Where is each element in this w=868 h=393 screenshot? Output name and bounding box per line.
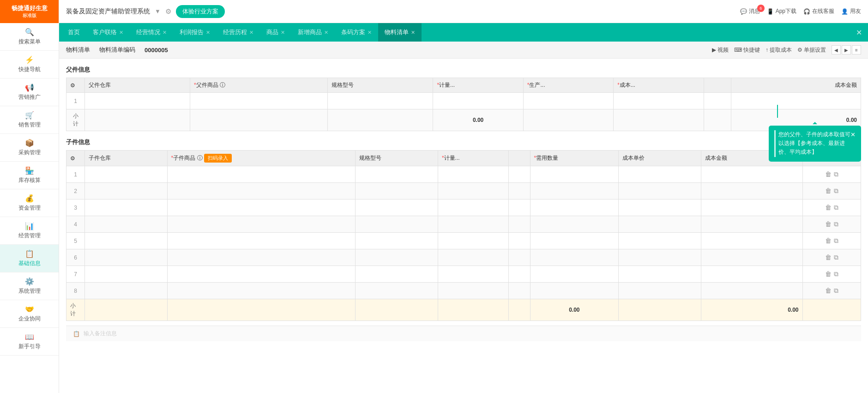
tab-close-icon[interactable]: ✕ (281, 30, 285, 36)
child-unit-cost-cell[interactable] (619, 166, 701, 183)
child-qty-cell[interactable] (530, 216, 618, 233)
sidebar-item-finance[interactable]: 💰 资金管理 (0, 189, 59, 217)
child-unit-cell[interactable] (438, 183, 508, 200)
tab-close-icon[interactable]: ✕ (163, 30, 167, 36)
tab-close-icon[interactable]: ✕ (411, 30, 415, 36)
tooltip-close-btn[interactable]: ✕ (850, 130, 856, 140)
child-spec-cell[interactable] (356, 233, 438, 249)
settings-icon[interactable]: ⚙ (165, 7, 171, 16)
delete-icon[interactable]: 🗑 (825, 204, 832, 212)
delete-icon[interactable]: 🗑 (825, 237, 832, 245)
child-goods-cell[interactable] (167, 166, 356, 183)
tab-close-icon[interactable]: ✕ (206, 30, 210, 36)
child-spec-cell[interactable] (356, 266, 438, 283)
sidebar-item-sales[interactable]: 🛒 销售管理 (0, 106, 59, 134)
tab-close-icon[interactable]: ✕ (324, 30, 328, 36)
dropdown-arrow-icon[interactable]: ▼ (155, 8, 161, 15)
parent-production-cell[interactable] (523, 93, 613, 109)
child-unit-cost-cell[interactable] (619, 216, 701, 233)
child-unit-cost-cell[interactable] (619, 233, 701, 249)
sidebar-item-basic-info[interactable]: 📋 基础信息 (0, 245, 59, 272)
sidebar-item-inventory[interactable]: 🏪 库存核算 (0, 162, 59, 189)
tab-bom[interactable]: 物料清单 ✕ (378, 23, 422, 42)
child-warehouse-cell[interactable] (85, 266, 168, 283)
child-qty-cell[interactable] (530, 266, 618, 283)
prev-btn[interactable]: ◀ (832, 45, 841, 54)
sub-tab-code[interactable]: 物料清单编码 (99, 46, 135, 54)
delete-icon[interactable]: 🗑 (825, 287, 832, 295)
tab-close-icon[interactable]: ✕ (119, 30, 123, 36)
tab-profit[interactable]: 利润报告 ✕ (173, 23, 217, 42)
tab-history[interactable]: 经营历程 ✕ (217, 23, 260, 42)
delete-icon[interactable]: 🗑 (825, 270, 832, 278)
copy-icon[interactable]: ⧉ (834, 270, 838, 278)
parent-unit-cell[interactable] (433, 93, 523, 109)
child-unit-cost-cell[interactable] (619, 266, 701, 283)
delete-icon[interactable]: 🗑 (825, 220, 832, 228)
sidebar-item-quicknav[interactable]: ⚡ 快捷导航 (0, 51, 59, 79)
close-all-tabs[interactable]: ✕ (852, 28, 866, 37)
child-unit-cell[interactable] (438, 266, 508, 283)
child-unit-cost-cell[interactable] (619, 183, 701, 200)
copy-icon[interactable]: ⧉ (834, 187, 838, 195)
copy-icon[interactable]: ⧉ (834, 287, 838, 295)
tab-close-icon[interactable]: ✕ (249, 30, 253, 36)
child-qty-cell[interactable] (530, 233, 618, 249)
tab-home[interactable]: 首页 (61, 23, 86, 42)
child-spec-cell[interactable] (356, 249, 438, 266)
parent-cost-cell[interactable] (614, 93, 704, 109)
child-goods-cell[interactable] (167, 249, 356, 266)
child-unit-cell[interactable] (438, 249, 508, 266)
child-spec-cell[interactable] (356, 183, 438, 200)
parent-goods-cell[interactable] (190, 93, 328, 109)
user-btn[interactable]: 👤 用友 (841, 7, 861, 15)
child-unit-cost-cell[interactable] (619, 249, 701, 266)
sidebar-item-search[interactable]: 🔍 搜索菜单 (0, 23, 59, 51)
experience-btn[interactable]: 体验行业方案 (176, 5, 225, 18)
sidebar-item-collab[interactable]: 🤝 企业协同 (0, 300, 59, 328)
child-qty-cell[interactable] (530, 283, 618, 299)
child-unit-cell[interactable] (438, 233, 508, 249)
child-goods-cell[interactable] (167, 200, 356, 216)
delete-icon[interactable]: 🗑 (825, 170, 832, 178)
child-qty-cell[interactable] (530, 166, 618, 183)
tab-new-goods[interactable]: 新增商品 ✕ (291, 23, 335, 42)
child-qty-cell[interactable] (530, 249, 618, 266)
child-warehouse-cell[interactable] (85, 166, 168, 183)
message-btn[interactable]: 💬 6 消息 (740, 7, 760, 15)
child-goods-cell[interactable] (167, 283, 356, 299)
child-goods-cell[interactable] (167, 266, 356, 283)
copy-icon[interactable]: ⧉ (834, 237, 838, 245)
sidebar-item-marketing[interactable]: 📢 营销推广 (0, 79, 59, 106)
delete-icon[interactable]: 🗑 (825, 187, 832, 195)
tab-close-icon[interactable]: ✕ (368, 30, 372, 36)
child-unit-cell[interactable] (438, 166, 508, 183)
tab-barcode[interactable]: 条码方案 ✕ (335, 23, 378, 42)
child-warehouse-cell[interactable] (85, 249, 168, 266)
doc-settings-btn[interactable]: ⚙ 单据设置 (797, 46, 826, 54)
video-btn[interactable]: ▶ 视频 (712, 46, 729, 54)
sidebar-item-purchase[interactable]: 📦 采购管理 (0, 134, 59, 162)
child-goods-cell[interactable] (167, 183, 356, 200)
copy-icon[interactable]: ⧉ (834, 170, 838, 178)
menu-btn[interactable]: ≡ (852, 45, 861, 54)
delete-icon[interactable]: 🗑 (825, 254, 832, 261)
parent-warehouse-cell[interactable] (85, 93, 190, 109)
child-spec-cell[interactable] (356, 166, 438, 183)
child-warehouse-cell[interactable] (85, 283, 168, 299)
child-unit-cell[interactable] (438, 216, 508, 233)
app-download-btn[interactable]: 📱 App下载 (767, 7, 796, 15)
child-spec-cell[interactable] (356, 283, 438, 299)
online-support-btn[interactable]: 🎧 在线客服 (803, 7, 834, 15)
child-warehouse-cell[interactable] (85, 200, 168, 216)
hint-text[interactable]: 输入备注信息 (84, 330, 117, 338)
child-unit-cell[interactable] (438, 200, 508, 216)
copy-icon[interactable]: ⧉ (834, 254, 838, 261)
child-spec-cell[interactable] (356, 216, 438, 233)
copy-icon[interactable]: ⧉ (834, 204, 838, 212)
child-spec-cell[interactable] (356, 200, 438, 216)
child-warehouse-cell[interactable] (85, 183, 168, 200)
copy-icon[interactable]: ⧉ (834, 220, 838, 228)
child-warehouse-cell[interactable] (85, 233, 168, 249)
child-unit-cost-cell[interactable] (619, 283, 701, 299)
